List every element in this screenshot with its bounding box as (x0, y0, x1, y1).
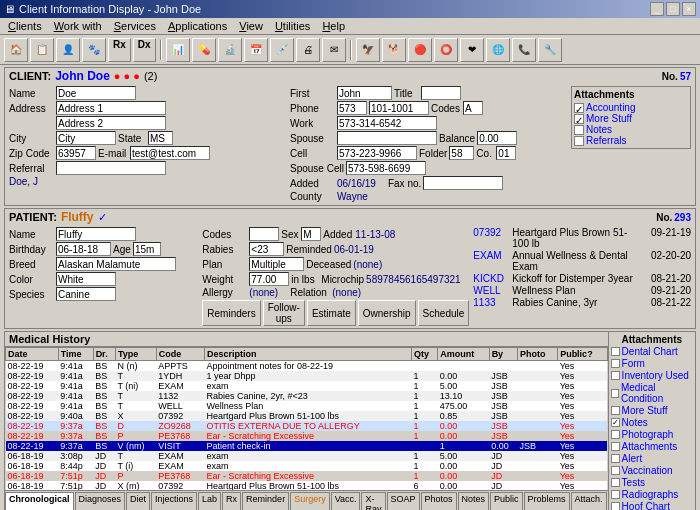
bottom-tab-reminder[interactable]: Reminder (242, 492, 289, 510)
maximize-button[interactable]: □ (666, 2, 680, 16)
species-input[interactable] (56, 287, 116, 301)
medical-attach-checkbox[interactable] (611, 347, 620, 356)
birthday-input[interactable] (56, 242, 111, 256)
bottom-tab-chronological[interactable]: Chronological (5, 492, 74, 510)
toolbar-btn-10[interactable]: 🖨 (296, 38, 320, 62)
table-row[interactable]: 08-22-199:37aBSDZO9268OTITIS EXTERNA DUE… (6, 421, 608, 431)
bottom-tab-diagnoses[interactable]: Diagnoses (75, 492, 126, 510)
medical-attach-link[interactable]: Tests (622, 477, 645, 488)
bottom-tab-notes[interactable]: Notes (458, 492, 490, 510)
referral-input[interactable] (56, 161, 166, 175)
menu-services[interactable]: Services (108, 19, 162, 33)
toolbar-rx-btn[interactable]: Rx (108, 38, 131, 62)
attach-notes-checkbox[interactable] (574, 125, 584, 135)
bottom-tab-photos[interactable]: Photos (421, 492, 457, 510)
title-bar-buttons[interactable]: _ □ × (650, 2, 696, 16)
attach-accounting-link[interactable]: Accounting (586, 102, 635, 113)
attach-referrals-link[interactable]: Referrals (586, 135, 627, 146)
table-row[interactable]: 08-22-199:37aBSV (nm)VISITPatient check-… (6, 441, 608, 451)
bottom-tab-lab[interactable]: Lab (198, 492, 221, 510)
sex-input[interactable] (301, 227, 321, 241)
medical-attach-checkbox[interactable] (611, 454, 620, 463)
spouse-input[interactable] (337, 131, 437, 145)
toolbar-btn-1[interactable]: 🏠 (4, 38, 28, 62)
attach-accounting-checkbox[interactable]: ✓ (574, 103, 584, 113)
toolbar-btn-17[interactable]: 🌐 (486, 38, 510, 62)
spousecell-input[interactable] (346, 161, 426, 175)
fax-input[interactable] (423, 176, 503, 190)
record-code-1[interactable]: 07392 (473, 227, 508, 249)
medical-attach-link[interactable]: More Stuff (622, 405, 668, 416)
medical-attach-link[interactable]: Photograph (622, 429, 674, 440)
bottom-tab-xray[interactable]: X-Ray (361, 492, 385, 510)
estimate-button[interactable]: Estimate (307, 300, 356, 326)
table-row[interactable]: 08-22-199:41aBSTWELLWellness Plan1475.00… (6, 401, 608, 411)
co-input[interactable] (496, 146, 516, 160)
attach-morestuff-link[interactable]: More Stuff (586, 113, 632, 124)
medical-attach-checkbox[interactable] (611, 430, 620, 439)
toolbar-btn-14[interactable]: 🔴 (408, 38, 432, 62)
toolbar-btn-12[interactable]: 🦅 (356, 38, 380, 62)
bottom-tab-vacc[interactable]: Vacc. (331, 492, 361, 510)
client-name[interactable]: John Doe (55, 69, 110, 83)
pat-codes-input[interactable] (249, 227, 279, 241)
bottom-tab-diet[interactable]: Diet (126, 492, 150, 510)
toolbar-btn-5[interactable]: 📊 (166, 38, 190, 62)
cell-input[interactable] (337, 146, 417, 160)
schedule-button[interactable]: Schedule (418, 300, 470, 326)
menu-view[interactable]: View (233, 19, 269, 33)
toolbar-btn-8[interactable]: 📅 (244, 38, 268, 62)
table-row[interactable]: 08-22-199:40aBSX07392Heartgard Plus Brow… (6, 411, 608, 421)
menu-utilities[interactable]: Utilities (269, 19, 316, 33)
table-row[interactable]: 08-22-199:41aBST1YDH1 year Dhpp10.00JSBY… (6, 371, 608, 381)
menu-applications[interactable]: Applications (162, 19, 233, 33)
medical-attach-checkbox[interactable] (611, 442, 620, 451)
table-row[interactable]: 08-22-199:41aBSN (n)APPTSAppointment not… (6, 361, 608, 372)
medical-attach-checkbox[interactable] (611, 418, 620, 427)
name-input[interactable] (56, 86, 136, 100)
title-input[interactable] (421, 86, 461, 100)
attach-notes-link[interactable]: Notes (586, 124, 612, 135)
zip-input[interactable] (56, 146, 96, 160)
record-code-5[interactable]: 1133 (473, 297, 508, 308)
address2-input[interactable] (56, 116, 166, 130)
work-input[interactable] (337, 116, 437, 130)
record-code-2[interactable]: EXAM (473, 250, 508, 272)
bottom-tab-soap[interactable]: SOAP (387, 492, 420, 510)
attach-referrals-checkbox[interactable] (574, 136, 584, 146)
color-input[interactable] (56, 272, 116, 286)
toolbar-btn-2[interactable]: 📋 (30, 38, 54, 62)
table-row[interactable]: 08-22-199:41aBST (ni)EXAMexam15.00JSBYes (6, 381, 608, 391)
medical-attach-checkbox[interactable] (611, 359, 620, 368)
medical-attach-checkbox[interactable] (611, 466, 620, 475)
email-input[interactable] (130, 146, 210, 160)
medical-attach-checkbox[interactable] (611, 490, 620, 499)
balance-input[interactable] (477, 131, 517, 145)
folder-input[interactable] (449, 146, 474, 160)
age-input[interactable] (133, 242, 161, 256)
toolbar-btn-3[interactable]: 👤 (56, 38, 80, 62)
bottom-tab-surgery[interactable]: Surgery (290, 492, 330, 510)
minimize-button[interactable]: _ (650, 2, 664, 16)
table-row[interactable]: 06-18-197:51pJDX (m)07392Heartgard Plus … (6, 481, 608, 490)
followups-button[interactable]: Follow-ups (263, 300, 305, 326)
menu-help[interactable]: Help (316, 19, 351, 33)
codes-input[interactable] (463, 101, 483, 115)
table-row[interactable]: 06-18-197:51pJDPPE3768Ear - Scratching E… (6, 471, 608, 481)
table-row[interactable]: 06-18-193:08pJDTEXAMexam15.00JDYes (6, 451, 608, 461)
medical-attach-link[interactable]: Attachments (622, 441, 678, 452)
medical-attach-checkbox[interactable] (611, 389, 619, 398)
table-row[interactable]: 08-22-199:41aBST1132Rabies Canine, 2yr, … (6, 391, 608, 401)
record-code-4[interactable]: WELL (473, 285, 508, 296)
medical-attach-link[interactable]: Inventory Used (622, 370, 689, 381)
medical-attach-link[interactable]: Form (622, 358, 645, 369)
toolbar-btn-11[interactable]: ✉ (322, 38, 346, 62)
bottom-tab-attach[interactable]: Attach. (571, 492, 607, 510)
medical-attach-link[interactable]: Radiographs (622, 489, 679, 500)
reminders-button[interactable]: Reminders (202, 300, 260, 326)
bottom-tab-public[interactable]: Public (490, 492, 523, 510)
toolbar-btn-18[interactable]: 📞 (512, 38, 536, 62)
toolbar-btn-7[interactable]: 🔬 (218, 38, 242, 62)
phone-input[interactable] (337, 101, 367, 115)
state-input[interactable] (148, 131, 173, 145)
